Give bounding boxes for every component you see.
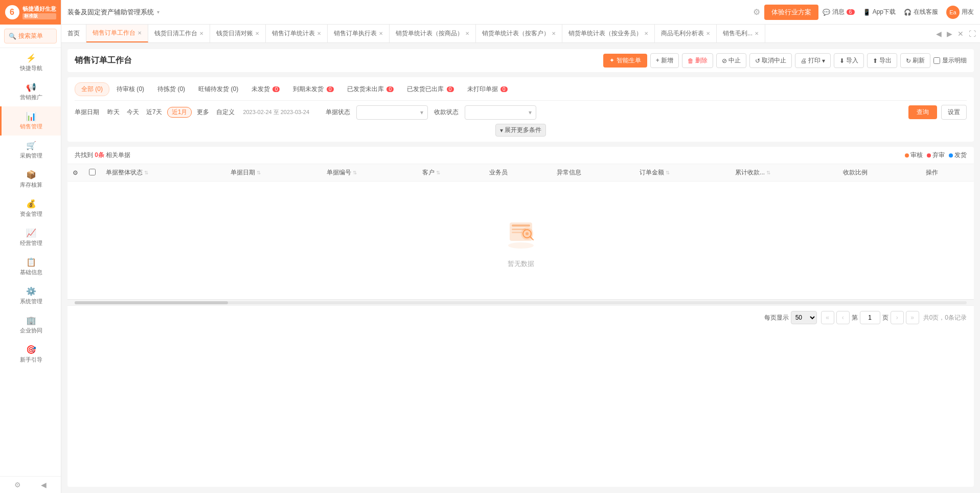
tab-sales-stats-customer[interactable]: 销货单统计表（按客户） ✕: [476, 25, 562, 42]
sidebar-item-enterprise[interactable]: 🏢 企业协同: [0, 310, 61, 340]
sidebar-item-marketing[interactable]: 📢 营销推广: [0, 77, 61, 106]
next-page-button[interactable]: ›: [891, 311, 904, 324]
sub-tab-pending-review[interactable]: 待审核 (0): [110, 83, 150, 96]
tab-close-all-icon[interactable]: ✕: [955, 29, 966, 39]
sidebar-item-guide[interactable]: 🎯 新手引导: [0, 340, 61, 369]
delete-button[interactable]: 🗑 删除: [682, 53, 713, 68]
sub-tab-shipped-out[interactable]: 已发货已出库 0: [401, 83, 460, 96]
tab-sales-stats-product[interactable]: 销货单统计表（按商品） ✕: [390, 25, 476, 42]
sidebar-item-base[interactable]: 📋 基础信息: [0, 252, 61, 281]
svg-point-8: [526, 232, 529, 235]
stop-button[interactable]: ⊘ 中止: [716, 53, 746, 68]
sidebar-item-quick-nav[interactable]: ⚡ 快捷导航: [0, 48, 61, 77]
date-opt-more[interactable]: 更多: [195, 107, 211, 118]
last-page-button[interactable]: »: [906, 311, 919, 324]
sidebar-item-inventory[interactable]: 📦 库存核算: [0, 165, 61, 194]
search-menu-button[interactable]: 🔍 搜索菜单: [4, 29, 57, 43]
payment-select[interactable]: ▾: [465, 105, 536, 120]
date-opt-yesterday[interactable]: 昨天: [105, 107, 122, 118]
add-button[interactable]: + 新增: [650, 53, 679, 68]
refresh-button[interactable]: ↻ 刷新: [900, 53, 930, 68]
sub-tab-expired[interactable]: 到期未发货 0: [287, 83, 339, 96]
sub-tab-shipped-not-out[interactable]: 已发货未出库 0: [341, 83, 400, 96]
tab-scroll-left-icon[interactable]: ◀: [934, 29, 944, 39]
table-section: 共找到 0条 相关单据 审核 弃审 发货: [67, 147, 974, 487]
tab-sales-exec[interactable]: 销售订单执行表 ✕: [328, 25, 390, 42]
quick-nav-icon: ⚡: [26, 53, 36, 63]
print-button[interactable]: 🖨 打印 ▾: [795, 53, 831, 68]
sub-tab-wangpu[interactable]: 旺铺待发货 (0): [192, 83, 244, 96]
tab-cash-reconcile[interactable]: 钱货日清对账 ✕: [210, 25, 266, 42]
status-select[interactable]: ▾: [356, 105, 428, 120]
sidebar-item-system[interactable]: ⚙️ 系统管理: [0, 281, 61, 310]
ai-generate-button[interactable]: ✦ 智能生单: [603, 54, 647, 68]
marketing-icon: 📢: [26, 82, 36, 92]
tab-cash-daily[interactable]: 钱货日清工作台 ✕: [148, 25, 210, 42]
prev-page-button[interactable]: ‹: [836, 311, 850, 324]
sub-tab-all[interactable]: 全部 (0): [75, 82, 109, 96]
tab-close-sales-workbench[interactable]: ✕: [138, 30, 142, 36]
tab-close-product[interactable]: ✕: [465, 31, 469, 36]
sidebar-item-finance[interactable]: 💰 资金管理: [0, 194, 61, 223]
col-number: 单据编号 ⇅: [322, 164, 417, 182]
tab-close-cash-reconcile[interactable]: ✕: [255, 31, 259, 36]
per-page-select[interactable]: 50 20 100: [791, 311, 817, 324]
topbar-gear-icon[interactable]: ⚙: [753, 7, 760, 17]
app-download-button[interactable]: 📱 App下载: [863, 8, 896, 16]
solution-button[interactable]: 体验行业方案: [764, 5, 818, 20]
sub-tab-not-printed[interactable]: 未打印单据 0: [461, 83, 514, 96]
tab-close-sales-exec[interactable]: ✕: [379, 31, 383, 36]
scroll-thumb[interactable]: [75, 301, 228, 304]
tab-scroll-right-icon[interactable]: ▶: [945, 29, 954, 39]
tab-close-customer[interactable]: ✕: [552, 31, 556, 36]
export-button[interactable]: ⬆ 导出: [867, 53, 897, 68]
date-opt-custom[interactable]: 自定义: [214, 107, 237, 118]
tab-fullscreen-icon[interactable]: ⛶: [967, 29, 978, 39]
select-all-checkbox[interactable]: [89, 169, 96, 175]
import-button[interactable]: ⬇ 导入: [834, 53, 864, 68]
expand-filter-button[interactable]: ▾ 展开更多条件: [495, 124, 546, 137]
online-service-button[interactable]: 🎧 在线客服: [904, 8, 938, 16]
tab-sales-workbench[interactable]: 销售订单工作台 ✕: [86, 25, 148, 42]
sub-tab-not-shipped[interactable]: 未发货 0: [245, 83, 286, 96]
user-menu[interactable]: Ea 用友: [946, 6, 974, 19]
date-opt-1month[interactable]: 近1月: [167, 107, 192, 118]
page-number-input[interactable]: [860, 311, 880, 324]
query-button[interactable]: 查询: [908, 105, 937, 119]
tab-sales-more[interactable]: 销售毛利... ✕: [717, 25, 765, 42]
date-filter-label: 单据日期: [75, 108, 99, 117]
system-arrow-icon: ▾: [157, 9, 159, 15]
tab-home[interactable]: 首页: [61, 25, 86, 42]
review-action-button[interactable]: 审核: [905, 151, 923, 160]
filter-settings-button[interactable]: 设置: [941, 105, 967, 120]
tab-close-more[interactable]: ✕: [755, 31, 759, 36]
date-opt-7days[interactable]: 近7天: [144, 107, 164, 118]
sub-tab-pending-pickup[interactable]: 待拣货 (0): [151, 83, 191, 96]
date-opt-today[interactable]: 今天: [125, 107, 141, 118]
tab-close-margin[interactable]: ✕: [706, 31, 710, 36]
sidebar-item-sales[interactable]: 📊 销售管理: [0, 106, 61, 136]
tab-margin-analysis[interactable]: 商品毛利分析表 ✕: [655, 25, 717, 42]
tab-sales-stats-staff[interactable]: 销货单统计表（按业务员） ✕: [562, 25, 655, 42]
ship-action-button[interactable]: 发货: [949, 151, 967, 160]
show-detail-checkbox[interactable]: 显示明细: [933, 56, 967, 65]
topbar: 装备及固定资产辅助管理系统 ▾ ⚙ 体验行业方案 💬 消息 6 📱 App下载 …: [61, 0, 980, 25]
tab-sales-stats[interactable]: 销售订单统计表 ✕: [266, 25, 328, 42]
first-page-button[interactable]: «: [821, 311, 834, 324]
horizontal-scrollbar[interactable]: [67, 299, 974, 305]
sidebar-item-operations[interactable]: 📈 经营管理: [0, 223, 61, 252]
sidebar-logo: 6 畅捷通好生意 标准版: [0, 0, 61, 25]
tab-close-cash-daily[interactable]: ✕: [199, 31, 203, 36]
tab-close-staff[interactable]: ✕: [644, 31, 648, 36]
print-icon: 🖨: [801, 57, 807, 64]
cancel-stop-button[interactable]: ↺ 取消中止: [749, 53, 792, 68]
per-page-label: 每页显示: [764, 313, 789, 322]
message-button[interactable]: 💬 消息 6: [823, 8, 855, 16]
settings-icon[interactable]: ⚙: [14, 481, 21, 489]
anti-review-action-button[interactable]: 弃审: [927, 151, 945, 160]
filter-row-1: 单据日期 昨天 今天 近7天 近1月 更多 自定义 2023-02-24 至 2…: [75, 105, 967, 120]
collapse-icon[interactable]: ◀: [41, 481, 47, 489]
refresh-icon: ↻: [906, 57, 911, 64]
tab-close-sales-stats[interactable]: ✕: [317, 31, 321, 36]
sidebar-item-purchase[interactable]: 🛒 采购管理: [0, 136, 61, 165]
